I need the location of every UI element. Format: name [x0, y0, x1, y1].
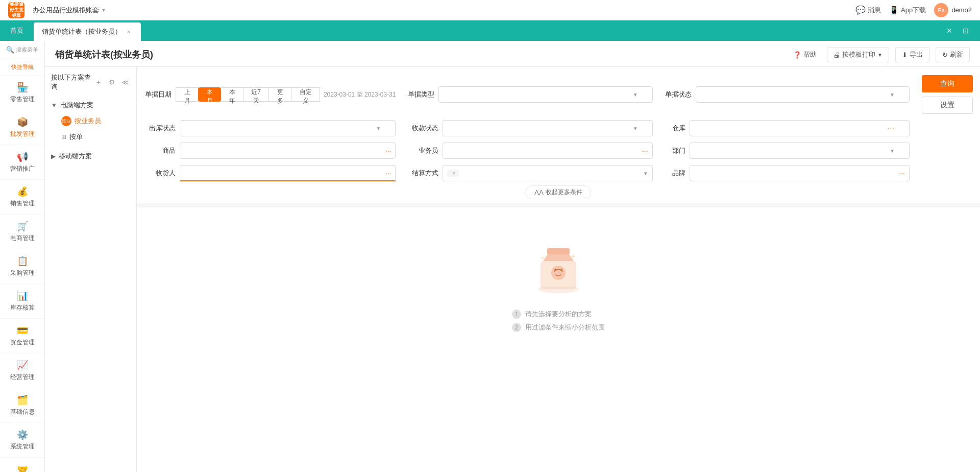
payment-status-select[interactable]: ▼: [443, 120, 652, 136]
quick-nav-item[interactable]: 快捷导航: [0, 59, 44, 76]
date-btn-last-month[interactable]: 上月: [176, 87, 199, 102]
sidebar-item-wholesale[interactable]: 📦 批发管理: [0, 110, 44, 145]
warehouse-select[interactable]: ···: [690, 120, 910, 136]
brand-label: 品牌: [665, 169, 685, 178]
top-nav-dropdown[interactable]: 办公用品行业模拟账套 ▼: [29, 4, 110, 17]
tab-active[interactable]: 销货单统计表（按业务员） ×: [34, 22, 141, 41]
dept-select[interactable]: ▼: [690, 143, 910, 159]
desktop-group-title[interactable]: ▼ 电脑端方案: [45, 98, 136, 113]
sidebar-item-marketing[interactable]: 📢 营销推广: [0, 145, 44, 180]
date-btn-this-month[interactable]: 本月: [198, 87, 221, 102]
payment-method-select[interactable]: × ▼: [443, 165, 652, 181]
sidebar-item-system[interactable]: ⚙️ 系统管理: [0, 423, 44, 458]
scheme-by-staff-label: 按业务员: [75, 116, 101, 126]
date-btn-7days[interactable]: 近7天: [243, 87, 269, 102]
operations-icon: 📈: [17, 360, 28, 371]
sidebar-item-purchase[interactable]: 📋 采购管理: [0, 249, 44, 284]
sidebar-item-basic[interactable]: 🗂️ 基础信息: [0, 388, 44, 423]
doc-status-dropdown[interactable]: ▼: [696, 86, 910, 103]
message-button[interactable]: 💬 消息: [855, 5, 881, 15]
query-button[interactable]: 查询: [922, 75, 973, 92]
receiver-input[interactable]: ···: [180, 165, 396, 181]
app-download-button[interactable]: 📱 App下载: [889, 6, 926, 15]
sidebar-item-operations[interactable]: 📈 经营管理: [0, 353, 44, 388]
doc-type-select[interactable]: ▼: [438, 86, 652, 103]
tab-bar: 首页 销货单统计表（按业务员） × ✕ ⊡: [0, 20, 980, 41]
sidebar: 🔍 搜索菜单 快捷导航 🏪 零售管理 📦 批发管理 📢 营销推广 💰 销售管理 …: [0, 41, 45, 472]
staff-dots-icon: ···: [642, 147, 648, 155]
brand-input[interactable]: ···: [690, 165, 910, 181]
top-nav-label: 办公用品行业模拟账套: [33, 6, 99, 15]
sidebar-item-retail[interactable]: 🏪 零售管理: [0, 76, 44, 110]
settings-scheme-button[interactable]: ⚙: [107, 77, 117, 87]
empty-illustration: [528, 238, 589, 299]
user-area[interactable]: Ea demo2: [934, 3, 972, 17]
sidebar-item-enterprise[interactable]: 🤝 企业协同: [0, 458, 44, 472]
main-layout: 🔍 搜索菜单 快捷导航 🏪 零售管理 📦 批发管理 📢 营销推广 💰 销售管理 …: [0, 41, 980, 472]
doc-status-filter-group: 单据状态 ▼: [659, 75, 916, 114]
scheme-by-staff-item[interactable]: 按业 按业务员: [45, 113, 136, 129]
staff-input[interactable]: ···: [443, 143, 652, 159]
close-window-button[interactable]: ✕: [943, 25, 955, 37]
date-btn-more[interactable]: 更多: [268, 87, 291, 102]
section-divider: [137, 203, 980, 207]
template-print-label: 按模板打印: [842, 50, 875, 59]
search-menu-item[interactable]: 🔍 搜索菜单: [0, 41, 44, 59]
sidebar-item-sales[interactable]: 💰 销售管理: [0, 180, 44, 215]
doc-type-dropdown[interactable]: ▼: [438, 86, 652, 103]
logo-area: 畅捷通好生意标版: [8, 2, 24, 18]
print-icon: 🖨: [834, 51, 840, 59]
date-btn-this-year[interactable]: 本年: [220, 87, 243, 102]
out-status-select[interactable]: ▼: [180, 120, 396, 136]
top-bar-right: 💬 消息 📱 App下载 Ea demo2: [855, 3, 972, 17]
template-print-button[interactable]: 🖨 按模板打印 ▼: [827, 47, 889, 62]
quick-nav-label: 快捷导航: [11, 64, 34, 70]
sidebar-item-ecommerce[interactable]: 🛒 电商管理: [0, 215, 44, 249]
product-input[interactable]: ···: [180, 143, 396, 159]
dept-dropdown[interactable]: ▼: [690, 143, 910, 159]
receiver-dots-icon: ···: [385, 169, 391, 177]
date-range-text: 2023-03-01 至 2023-03-31: [324, 90, 396, 99]
tab-home[interactable]: 首页: [0, 20, 34, 41]
payment-method-tag-close[interactable]: ×: [452, 170, 455, 176]
sidebar-item-finance[interactable]: 💳 资金管理: [0, 319, 44, 353]
receiver-filter-group: 收货人 ···: [145, 165, 402, 181]
sidebar-item-inventory[interactable]: 📊 库存核算: [0, 284, 44, 319]
filter-row-4: 收货人 ··· 结算方式 ×: [145, 165, 972, 181]
collapse-conditions-button[interactable]: ⋀⋀ 收起更多条件: [526, 185, 591, 199]
doc-status-select[interactable]: ▼: [696, 86, 910, 103]
payment-method-dropdown[interactable]: × ▼: [443, 165, 652, 181]
help-button[interactable]: ❓ 帮助: [789, 48, 821, 61]
tip-num-2: 2: [512, 323, 521, 332]
retail-label: 零售管理: [10, 95, 35, 104]
top-nav-arrow-icon: ▼: [101, 7, 106, 13]
warehouse-label: 仓库: [665, 124, 685, 133]
scheme-by-order-item[interactable]: ⊞ 按单: [45, 129, 136, 145]
svg-point-5: [554, 269, 556, 271]
payment-status-arrow-icon: ▼: [633, 126, 638, 131]
collapse-panel-button[interactable]: ≪: [120, 77, 130, 87]
mobile-group-title[interactable]: ▶ 移动端方案: [45, 149, 136, 164]
date-btn-custom[interactable]: 自定义: [291, 87, 320, 102]
add-scheme-button[interactable]: +: [93, 77, 104, 87]
warehouse-dropdown[interactable]: ···: [690, 120, 910, 136]
out-status-dropdown[interactable]: ▼: [180, 120, 396, 136]
left-panel: 按以下方案查询 + ⚙ ≪ ▼ 电脑端方案 按业 按业务员: [45, 67, 137, 472]
setting-button[interactable]: 设置: [922, 97, 973, 114]
sales-icon: 💰: [17, 186, 28, 197]
refresh-button[interactable]: ↻ 刷新: [936, 47, 970, 62]
payment-status-dropdown[interactable]: ▼: [443, 120, 652, 136]
username-label: demo2: [951, 6, 972, 14]
action-buttons: 查询 设置: [916, 75, 972, 114]
page-header: 销货单统计表(按业务员) ❓ 帮助 🖨 按模板打印 ▼ ⬇ 导出 ↻ 刷新: [45, 41, 980, 67]
export-button[interactable]: ⬇ 导出: [895, 47, 929, 62]
tab-close-button[interactable]: ×: [125, 28, 133, 36]
left-panel-header: 按以下方案查询 + ⚙ ≪: [45, 73, 136, 96]
warehouse-dots-icon[interactable]: ···: [887, 124, 895, 132]
avatar: Ea: [934, 3, 948, 17]
restore-window-button[interactable]: ⊡: [960, 25, 972, 37]
spacer-3: [916, 165, 972, 181]
sales-label: 销售管理: [10, 199, 35, 208]
out-status-filter-group: 出库状态 ▼: [145, 120, 402, 136]
phone-icon: 📱: [889, 6, 899, 15]
